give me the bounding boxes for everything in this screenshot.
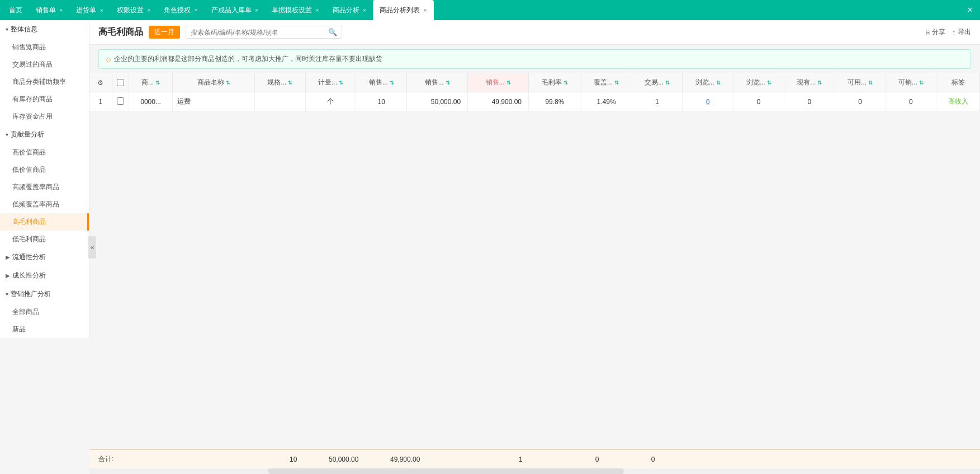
cell-checkbox[interactable]: [112, 92, 129, 111]
sidebar-section-asset-analysis[interactable]: ▾ 贡献量分析: [0, 125, 89, 144]
footer-current-stock-val: 0: [610, 456, 655, 463]
share-button[interactable]: ⎘ 分享: [926, 27, 945, 37]
sidebar-item-high-margin[interactable]: 高毛利商品: [0, 213, 89, 231]
export-button[interactable]: ↑ 导出: [952, 27, 971, 37]
sort-icon-browse1: ⇅: [716, 79, 721, 86]
nav-tab-sales-order[interactable]: 销售单 ×: [29, 0, 69, 20]
col-available[interactable]: 可用...⇅: [835, 73, 886, 92]
sidebar-collapse-button[interactable]: «: [88, 236, 96, 259]
nav-tab-home[interactable]: 首页: [2, 0, 29, 20]
row-checkbox[interactable]: [117, 97, 124, 105]
filter-recent-month-button[interactable]: 近一月: [149, 26, 180, 39]
sort-icon-spec: ⇅: [288, 79, 292, 86]
col-sales-profit[interactable]: 销售...⇅: [468, 73, 529, 92]
col-sellable[interactable]: 可销...⇅: [886, 73, 936, 92]
sidebar-section-overall-info[interactable]: ▾ 整体信息: [0, 20, 89, 39]
nav-tab-product-analysis[interactable]: 商品分析 ×: [326, 0, 373, 20]
cell-sales-amount: 50,000.00: [407, 92, 468, 111]
table-container[interactable]: ⚙ 商...⇅ 商品名称⇅: [89, 73, 980, 449]
col-sales-amount[interactable]: 销售...⇅: [407, 73, 468, 92]
select-all-checkbox[interactable]: [117, 79, 124, 86]
sidebar-section-flow-analysis[interactable]: ▶ 流通性分析: [0, 248, 89, 266]
cell-unit: 个: [305, 92, 356, 111]
sidebar-item-high-value[interactable]: 高价值商品: [0, 144, 89, 161]
sidebar-item-low-value[interactable]: 低价值商品: [0, 161, 89, 179]
col-browse1[interactable]: 浏览...⇅: [683, 73, 733, 92]
sort-icon-coverage: ⇅: [614, 79, 619, 86]
col-unit[interactable]: 计量...⇅: [305, 73, 356, 92]
cell-tag: 高收入: [936, 92, 980, 111]
search-input[interactable]: [191, 29, 328, 36]
col-margin-rate[interactable]: 毛利率⇅: [529, 73, 581, 92]
col-name[interactable]: 商品名称⇅: [173, 73, 254, 92]
nav-tab-product-analysis-list[interactable]: 商品分析列表 ×: [373, 0, 433, 20]
col-spec[interactable]: 规格...⇅: [254, 73, 305, 92]
col-settings[interactable]: ⚙: [89, 73, 112, 92]
table-header-row: ⚙ 商...⇅ 商品名称⇅: [89, 73, 980, 92]
window-close-button[interactable]: ×: [960, 0, 980, 20]
content-header: 高毛利商品 近一月 🔍 ⎘ 分享 ↑ 导出: [89, 20, 980, 45]
close-permission-settings-icon[interactable]: ×: [147, 7, 150, 13]
nav-tab-product-entry[interactable]: 产成品入库单 ×: [205, 0, 265, 20]
col-tag[interactable]: 标签: [936, 73, 980, 92]
col-browse2[interactable]: 浏览...⇅: [733, 73, 784, 92]
cell-current-stock: 0: [784, 92, 835, 111]
sidebar-item-sales-goods[interactable]: 销售览商品: [0, 39, 89, 56]
sort-icon-sales-profit: ⇅: [506, 79, 511, 86]
nav-tab-permission-settings[interactable]: 权限设置 ×: [110, 0, 157, 20]
data-table: ⚙ 商...⇅ 商品名称⇅: [89, 73, 980, 111]
sort-icon-sales-amount: ⇅: [446, 79, 450, 86]
sidebar-item-low-margin[interactable]: 低毛利商品: [0, 231, 89, 248]
sidebar-item-stock-capital[interactable]: 库存资金占用: [0, 108, 89, 125]
footer-browse2-val: 0: [554, 456, 599, 463]
nav-tab-role-permission[interactable]: 角色授权 ×: [157, 0, 204, 20]
col-transactions[interactable]: 交易...⇅: [632, 73, 683, 92]
nav-tab-purchase-order[interactable]: 进货单 ×: [69, 0, 110, 20]
cell-margin-rate: 99.8%: [529, 92, 581, 111]
table-row: 1 0000... 运费 个 10 50,000.00 49,900.00 99…: [89, 92, 980, 111]
col-current-stock[interactable]: 现有...⇅: [784, 73, 835, 92]
footer-sales-profit-val: 49,900.00: [370, 456, 420, 463]
col-checkbox[interactable]: [112, 73, 129, 92]
cell-browse1[interactable]: 0: [683, 92, 733, 111]
close-purchase-order-icon[interactable]: ×: [100, 7, 103, 13]
header-actions: ⎘ 分享 ↑ 导出: [926, 27, 971, 37]
sidebar-item-low-freq[interactable]: 低频覆盖率商品: [0, 196, 89, 213]
close-role-permission-icon[interactable]: ×: [194, 7, 197, 13]
sidebar-item-traded-goods[interactable]: 交易过的商品: [0, 56, 89, 73]
horizontal-scrollbar[interactable]: [89, 468, 980, 474]
sidebar-item-high-freq[interactable]: 高频覆盖率商品: [0, 179, 89, 196]
sidebar-item-all-goods[interactable]: 全部商品: [0, 303, 89, 321]
cell-sales-profit: 49,900.00: [468, 92, 529, 111]
search-box[interactable]: 🔍: [186, 26, 342, 39]
sidebar-section-growth-analysis[interactable]: ▶ 成长性分析: [0, 266, 89, 285]
sidebar-item-in-stock-goods[interactable]: 有库存的商品: [0, 91, 89, 108]
sidebar-item-goods-analysis[interactable]: 商品分类辅助频率: [0, 73, 89, 91]
col-code[interactable]: 商...⇅: [129, 73, 173, 92]
col-coverage[interactable]: 覆盖...⇅: [581, 73, 632, 92]
scrollbar-thumb: [268, 468, 624, 474]
close-product-analysis-icon[interactable]: ×: [363, 7, 366, 13]
arrow-icon-3: ▶: [6, 254, 10, 260]
sidebar-item-new-goods[interactable]: 新品: [0, 321, 89, 338]
close-product-analysis-list-icon[interactable]: ×: [423, 7, 427, 13]
sidebar: ▾ 整体信息 销售览商品 交易过的商品 商品分类辅助频率 有库存的商品 库存资金…: [0, 20, 89, 338]
footer-sales-amount-val: 50,000.00: [308, 456, 358, 463]
col-sales-count[interactable]: 销售...⇅: [356, 73, 407, 92]
close-sales-order-icon[interactable]: ×: [59, 7, 63, 13]
cell-sellable: 0: [886, 92, 936, 111]
sort-icon-current-stock: ⇅: [817, 79, 822, 86]
page-title: 高毛利商品: [98, 26, 143, 38]
arrow-icon-2: ▾: [6, 132, 8, 138]
close-product-entry-icon[interactable]: ×: [255, 7, 258, 13]
content-area: 高毛利商品 近一月 🔍 ⎘ 分享 ↑ 导出 ◇ 企业的主要的利润都是这部分商品创…: [89, 20, 980, 474]
sidebar-section-marketing-analysis[interactable]: ▾ 营销推广分析: [0, 285, 89, 303]
close-invoice-template-icon[interactable]: ×: [315, 7, 319, 13]
nav-tab-invoice-template[interactable]: 单据模板设置 ×: [265, 0, 325, 20]
sort-icon-sales-count: ⇅: [390, 79, 394, 86]
sidebar-wrapper: ▾ 整体信息 销售览商品 交易过的商品 商品分类辅助频率 有库存的商品 库存资金…: [0, 20, 89, 474]
sort-icon-sellable: ⇅: [919, 79, 924, 86]
sort-icon-code: ⇅: [155, 79, 160, 86]
search-icon: 🔍: [328, 28, 337, 36]
cell-num: 1: [89, 92, 112, 111]
